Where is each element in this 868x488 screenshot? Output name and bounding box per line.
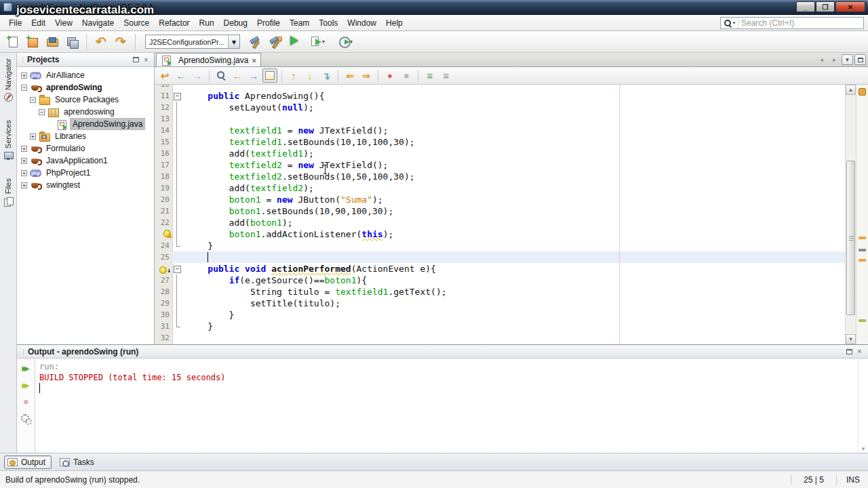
error-stripe[interactable] (856, 85, 868, 344)
code-text[interactable]: textfield1.setBounds(10,10,100,30); (182, 136, 415, 148)
line-number-gutter[interactable]: ↓ (155, 263, 172, 274)
code-line[interactable]: 10 (155, 85, 845, 90)
tree-expander-icon[interactable]: + (30, 134, 36, 140)
menu-item-file[interactable]: File (4, 16, 26, 30)
maximize-editor-icon[interactable] (854, 54, 866, 65)
bulb-warning-icon[interactable] (163, 230, 171, 237)
line-number-gutter[interactable]: 10 (155, 85, 172, 90)
code-text[interactable]: textfield2.setBounds(10,50,100,30); (182, 171, 415, 182)
code-line[interactable]: 30 } (155, 309, 845, 321)
close-button[interactable]: ✕ (835, 1, 865, 12)
sidebar-tab-files[interactable]: Files (3, 178, 14, 206)
sidebar-tab-services[interactable]: Services (3, 120, 14, 161)
code-text[interactable]: } (182, 240, 213, 251)
code-line[interactable]: 14 textfield1 = new JTextField(); (155, 125, 845, 136)
scroll-up-icon[interactable]: ▲ (846, 85, 856, 95)
code-text[interactable]: if(e.getSource()==boton1){ (182, 274, 367, 286)
code-text[interactable]: } (182, 321, 213, 332)
build-button[interactable] (246, 33, 264, 51)
scroll-down-icon[interactable]: ▼ (846, 334, 856, 344)
code-line[interactable]: ↓ public void actionPerformed(ActionEven… (155, 263, 845, 274)
run-button[interactable] (285, 33, 303, 51)
shift-right-button[interactable] (359, 68, 374, 83)
lightbulb-icon[interactable] (159, 266, 167, 274)
debug-button[interactable]: ▾ (305, 33, 331, 51)
uncomment-button[interactable] (439, 68, 454, 83)
tree-item[interactable]: +Libraries (17, 130, 154, 142)
error-stripe-mark[interactable] (859, 237, 866, 239)
line-number-gutter[interactable]: 13 (155, 113, 172, 125)
error-stripe-mark[interactable] (859, 319, 866, 322)
record-macro-button[interactable] (382, 68, 397, 83)
code-line[interactable]: 29 setTitle(titulo); (155, 298, 845, 309)
code-line[interactable]: 21 boton1.setBounds(10,90,100,30); (155, 205, 845, 217)
menu-item-team[interactable]: Team (285, 16, 314, 30)
fold-marker[interactable] (172, 90, 182, 102)
code-line[interactable]: 19 add(textfield2); (155, 182, 845, 194)
code-line[interactable]: 13 (155, 113, 845, 125)
clean-build-button[interactable] (266, 33, 283, 51)
tree-expander-icon[interactable]: + (21, 146, 27, 152)
menu-item-help[interactable]: Help (381, 16, 408, 30)
combo-dropdown-icon[interactable]: ▾ (228, 35, 239, 48)
editor-vertical-scrollbar[interactable]: ▲ ▼ (845, 85, 856, 344)
minimize-button[interactable]: _ (796, 1, 815, 12)
code-text[interactable]: public void actionPerformed(ActionEvent … (182, 263, 436, 274)
undo-button[interactable] (92, 33, 110, 51)
line-number-gutter[interactable]: 22 (155, 217, 172, 228)
menu-item-debug[interactable]: Debug (219, 16, 252, 30)
code-line[interactable]: 27 if(e.getSource()==boton1){ (155, 274, 845, 286)
tree-item[interactable]: −Source Packages (17, 94, 154, 106)
close-panel-icon[interactable]: × (141, 55, 151, 64)
next-occurrence-button[interactable] (302, 68, 317, 83)
open-project-button[interactable] (43, 33, 61, 51)
tree-expander-icon[interactable]: + (21, 182, 27, 188)
last-edit-button[interactable] (157, 68, 172, 83)
bookmark-toggle-button[interactable] (319, 68, 334, 83)
tree-expander-icon[interactable]: + (21, 73, 27, 79)
code-text[interactable]: setTitle(titulo); (182, 298, 340, 309)
menu-item-profile[interactable]: Profile (252, 16, 285, 30)
line-number-gutter[interactable]: 20 (155, 194, 172, 205)
tree-expander-icon[interactable]: + (21, 158, 27, 164)
code-line[interactable]: boton1.addActionListener(this); (155, 228, 845, 240)
tree-item[interactable]: −aprendoswing (17, 106, 154, 118)
tree-item[interactable]: +JavaApplication1 (17, 155, 154, 167)
comment-button[interactable] (422, 68, 437, 83)
search-icon[interactable]: ▾ (721, 18, 738, 28)
code-text[interactable] (182, 251, 208, 263)
line-number-gutter[interactable]: 31 (155, 321, 172, 332)
line-number-gutter[interactable]: 11 (155, 90, 172, 102)
menu-item-tools[interactable]: Tools (314, 16, 342, 30)
search-input[interactable] (738, 18, 863, 28)
editor-tab[interactable]: AprendoSwing.java × (156, 53, 261, 66)
tree-expander-icon[interactable]: − (39, 109, 45, 115)
code-line[interactable]: 15 textfield1.setBounds(10,10,100,30); (155, 136, 845, 148)
shift-left-button[interactable] (342, 68, 357, 83)
line-number-gutter[interactable]: 32 (155, 332, 172, 344)
code-text[interactable]: } (182, 309, 234, 321)
tree-item[interactable]: +Formulario (17, 142, 154, 155)
stop-macro-button[interactable] (399, 68, 414, 83)
code-line[interactable]: 28 String titulo = textfield1.getText(); (155, 286, 845, 298)
code-text[interactable]: add(textfield1); (182, 148, 314, 159)
code-text[interactable]: setLayout(null); (182, 102, 314, 113)
tree-item[interactable]: −aprendoSwing (17, 81, 154, 94)
back-button[interactable] (174, 68, 189, 83)
code-line[interactable]: 32 (155, 332, 845, 344)
code-text[interactable]: add(textfield2); (182, 182, 314, 194)
tree-item[interactable]: +AprendoSwing.java (17, 118, 154, 130)
window-tab-tasks[interactable]: Tasks (57, 456, 100, 468)
line-number-gutter[interactable]: 15 (155, 136, 172, 148)
maximize-button[interactable]: ❐ (816, 1, 835, 12)
code-line[interactable]: 31 } (155, 321, 845, 332)
minimize-panel-icon[interactable] (131, 55, 141, 64)
profile-button[interactable]: ▾ (333, 33, 359, 51)
code-text[interactable]: boton1 = new JButton("Suma"); (182, 194, 383, 205)
line-number-gutter[interactable]: 27 (155, 274, 172, 286)
code-line[interactable]: 18 textfield2.setBounds(10,50,100,30); (155, 171, 845, 182)
code-area[interactable]: 1011 public AprendoSwing(){12 setLayout(… (155, 85, 845, 344)
window-tab-output[interactable]: Output (4, 455, 52, 469)
prev-occurrence-button[interactable] (286, 68, 301, 83)
menu-item-view[interactable]: View (50, 16, 77, 30)
